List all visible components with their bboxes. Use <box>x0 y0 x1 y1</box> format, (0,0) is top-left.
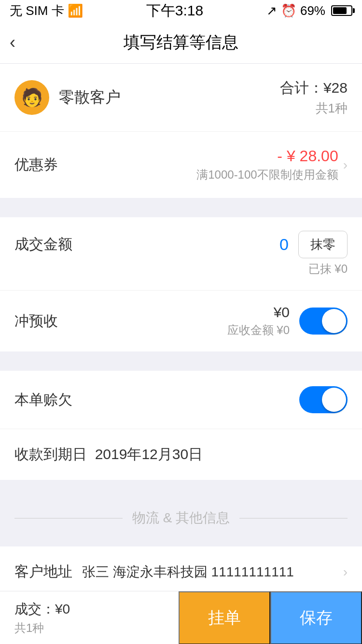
address-section: 客户地址 张三 海淀永丰科技园 11111111111 › <box>0 546 362 597</box>
toggle-thumb <box>322 309 346 333</box>
avatar-icon: 🧑 <box>21 87 43 108</box>
customer-row: 🧑 零散客户 合计：¥28 共1种 <box>0 64 362 131</box>
section-divider-4 <box>0 537 362 546</box>
coupon-row[interactable]: 优惠券 - ¥ 28.00 满1000-100不限制使用金额 › <box>0 131 362 198</box>
pending-button[interactable]: 挂单 <box>179 591 270 644</box>
prepayment-toggle[interactable] <box>299 308 348 335</box>
prepayment-row: 冲预收 ¥0 应收金额 ¥0 <box>0 291 362 351</box>
address-value: 张三 海淀永丰科技园 11111111111 <box>82 563 343 581</box>
chevron-right-icon: › <box>343 157 348 173</box>
back-button[interactable]: ‹ <box>10 32 15 53</box>
debt-toggle[interactable] <box>299 386 348 413</box>
coupon-amount: - ¥ 28.00 <box>196 147 338 165</box>
coupon-right: - ¥ 28.00 满1000-100不限制使用金额 › <box>196 147 348 182</box>
main-content: 🧑 零散客户 合计：¥28 共1种 优惠券 - ¥ 28.00 满1000-10… <box>0 64 362 644</box>
debt-toggle-thumb <box>322 388 346 412</box>
total-amount: 合计：¥28 <box>280 78 348 98</box>
customer-left: 🧑 零散客户 <box>14 80 121 115</box>
divider-line-right <box>239 518 348 518</box>
address-label: 客户地址 <box>14 562 72 582</box>
customer-name: 零散客户 <box>59 87 121 108</box>
status-bar: 无 SIM 卡 📶 下午3:18 ↗ ⏰ 69% <box>0 0 362 21</box>
prepayment-amounts: ¥0 应收金额 ¥0 <box>227 304 290 338</box>
debt-section: 本单赊欠 收款到期日 2019年12月30日 <box>0 371 362 480</box>
location-icon: ↗ <box>266 3 277 18</box>
customer-section: 🧑 零散客户 合计：¥28 共1种 优惠券 - ¥ 28.00 满1000-10… <box>0 64 362 198</box>
customer-right: 合计：¥28 共1种 <box>280 78 348 117</box>
coupon-value: - ¥ 28.00 满1000-100不限制使用金额 <box>196 147 338 182</box>
bottom-bar: 成交：¥0 共1种 挂单 保存 <box>0 591 362 644</box>
bottom-deal-amount: ¥0 <box>55 602 70 616</box>
divider-line-left <box>14 518 123 518</box>
status-left: 无 SIM 卡 📶 <box>10 2 83 19</box>
section-divider-2 <box>0 361 362 371</box>
address-row[interactable]: 客户地址 张三 海淀永丰科技园 11111111111 › <box>0 546 362 597</box>
section-divider-1 <box>0 208 362 217</box>
debt-row: 本单赊欠 <box>0 371 362 429</box>
avatar: 🧑 <box>14 80 49 115</box>
prepayment-sub: 应收金额 ¥0 <box>227 322 290 338</box>
status-time: 下午3:18 <box>146 1 203 21</box>
round-zero-button[interactable]: 抹零 <box>298 231 348 258</box>
logistics-section: 物流 & 其他信息 <box>0 499 362 537</box>
coupon-desc: 满1000-100不限制使用金额 <box>196 167 338 182</box>
transaction-top: 成交金额 0 抹零 <box>14 231 348 258</box>
battery-percent: 69% <box>300 3 325 18</box>
address-chevron-icon: › <box>343 564 348 580</box>
debt-label: 本单赊欠 <box>14 390 72 410</box>
total-count: 共1种 <box>280 100 348 117</box>
section-divider-3 <box>0 490 362 499</box>
transaction-section: 成交金额 0 抹零 已抹 ¥0 冲预收 ¥0 应收金额 ¥0 <box>0 217 362 351</box>
bottom-info: 成交：¥0 共1种 <box>0 600 179 636</box>
due-date-row: 收款到期日 2019年12月30日 <box>0 429 362 480</box>
coupon-label: 优惠券 <box>14 155 58 175</box>
transaction-label: 成交金额 <box>14 235 72 254</box>
nav-bar: ‹ 填写结算等信息 <box>0 21 362 64</box>
prepayment-amount: ¥0 <box>227 304 290 321</box>
transaction-right: 0 抹零 <box>279 231 348 258</box>
transaction-sub: 已抹 ¥0 <box>14 261 348 277</box>
nav-title: 填写结算等信息 <box>124 31 238 54</box>
due-date-label: 收款到期日 2019年12月30日 <box>14 446 203 462</box>
status-right: ↗ ⏰ 69% <box>266 3 352 18</box>
logistics-label: 物流 & 其他信息 <box>132 509 230 527</box>
logistics-divider: 物流 & 其他信息 <box>14 509 348 527</box>
prepayment-label: 冲预收 <box>14 311 58 331</box>
bottom-deal: 成交：¥0 <box>14 600 164 618</box>
transaction-amount: 0 <box>279 235 289 254</box>
battery-icon <box>331 5 352 16</box>
alarm-icon: ⏰ <box>281 3 296 18</box>
bottom-count: 共1种 <box>14 620 164 636</box>
transaction-row: 成交金额 0 抹零 已抹 ¥0 <box>0 217 362 291</box>
due-date-value: 2019年12月30日 <box>95 446 203 462</box>
save-button[interactable]: 保存 <box>270 591 362 644</box>
prepayment-right: ¥0 应收金额 ¥0 <box>227 304 348 338</box>
